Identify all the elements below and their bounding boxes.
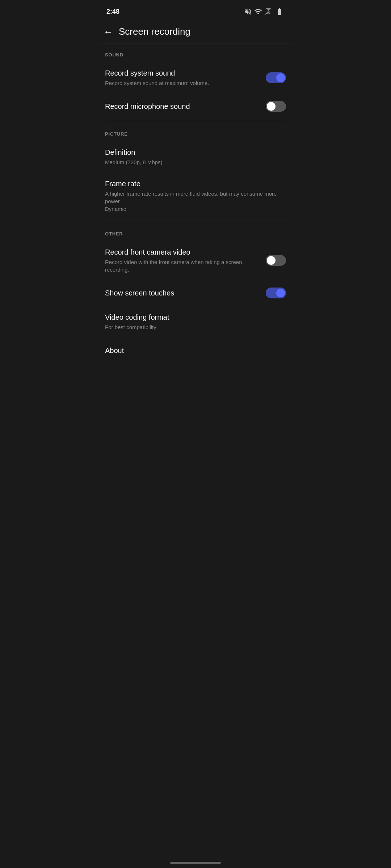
back-button[interactable]: ← — [104, 27, 113, 37]
show-screen-touches-title: Show screen touches — [105, 288, 260, 298]
record-front-camera-toggle[interactable] — [266, 255, 286, 266]
frame-rate-item[interactable]: Frame rate A higher frame rate results i… — [98, 173, 293, 219]
status-time: 2:48 — [106, 8, 119, 16]
wifi-icon — [254, 8, 262, 16]
record-microphone-sound-item[interactable]: Record microphone sound — [98, 93, 293, 119]
sound-section: SOUND Record system sound Record system … — [98, 43, 293, 119]
record-system-sound-title: Record system sound — [105, 68, 260, 78]
record-microphone-sound-title: Record microphone sound — [105, 102, 260, 111]
frame-rate-desc: A higher frame rate results in more flui… — [105, 191, 277, 204]
video-coding-format-subtitle: For best compatibility — [105, 323, 280, 331]
page-title: Screen recording — [119, 26, 190, 37]
toggle-circle — [267, 102, 276, 111]
other-section-label: OTHER — [98, 222, 293, 241]
record-front-camera-item[interactable]: Record front camera video Record video w… — [98, 241, 293, 280]
about-title: About — [105, 346, 280, 355]
other-section: OTHER Record front camera video Record v… — [98, 222, 293, 363]
status-bar: 2:48 — [98, 0, 293, 20]
record-front-camera-subtitle: Record video with the front camera when … — [105, 258, 260, 273]
toggle-circle — [276, 73, 285, 82]
video-coding-format-item[interactable]: Video coding format For best compatibili… — [98, 306, 293, 337]
show-screen-touches-item[interactable]: Show screen touches — [98, 280, 293, 306]
signal-icon — [264, 8, 272, 16]
page-header: ← Screen recording — [98, 20, 293, 43]
record-microphone-sound-toggle[interactable] — [266, 101, 286, 112]
about-item[interactable]: About — [98, 337, 293, 363]
toggle-circle — [276, 289, 285, 297]
frame-rate-value: Dynamic — [105, 206, 126, 212]
sound-section-label: SOUND — [98, 43, 293, 62]
show-screen-touches-toggle[interactable] — [266, 288, 286, 298]
divider-sound-picture — [105, 121, 286, 121]
video-coding-format-title: Video coding format — [105, 312, 280, 322]
status-icons — [244, 8, 285, 16]
definition-item[interactable]: Definition Medium (720p, 8 Mbps) — [98, 141, 293, 173]
frame-rate-title: Frame rate — [105, 179, 280, 188]
mute-icon — [244, 8, 252, 16]
record-system-sound-toggle[interactable] — [266, 72, 286, 83]
picture-section-label: PICTURE — [98, 123, 293, 141]
toggle-circle — [267, 256, 276, 265]
divider-picture-other — [105, 221, 286, 221]
definition-title: Definition — [105, 148, 280, 157]
picture-section: PICTURE Definition Medium (720p, 8 Mbps)… — [98, 123, 293, 219]
battery-icon — [274, 8, 285, 16]
record-system-sound-subtitle: Record system sound at maximum volume. — [105, 79, 260, 87]
record-system-sound-item[interactable]: Record system sound Record system sound … — [98, 62, 293, 93]
definition-subtitle: Medium (720p, 8 Mbps) — [105, 158, 280, 166]
record-front-camera-title: Record front camera video — [105, 247, 260, 257]
frame-rate-subtitle: A higher frame rate results in more flui… — [105, 190, 280, 213]
